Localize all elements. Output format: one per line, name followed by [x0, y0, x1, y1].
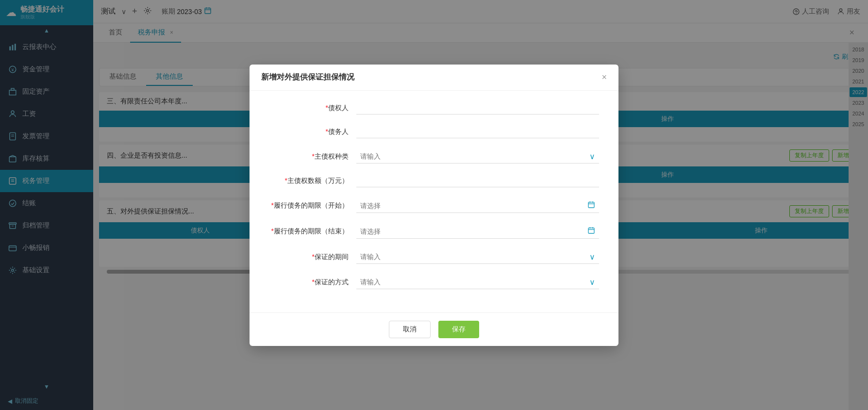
select-fangshi[interactable]: ∨: [356, 276, 599, 289]
date-start-input[interactable]: [360, 202, 587, 210]
select-fangshi-input[interactable]: [360, 278, 589, 286]
modal-overlay: 新增对外提供保证担保情况 × *债权人 *债务人 *主债权种类: [0, 0, 868, 410]
date-start-wrapper: [356, 199, 599, 213]
modal-add-guarantee: 新增对外提供保证担保情况 × *债权人 *债务人 *主债权种类: [250, 65, 618, 346]
input-shue[interactable]: [356, 175, 599, 187]
select-zhulei-input[interactable]: [360, 152, 589, 160]
chevron-down-icon-qijian: ∨: [589, 252, 595, 262]
label-zhaiwuren: *债务人: [269, 128, 356, 136]
chevron-down-icon-zhulei: ∨: [589, 152, 595, 161]
form-row-shue: *主债权数额（万元）: [269, 175, 599, 187]
label-fangshi: *保证的方式: [269, 278, 356, 287]
form-row-qijian: *保证的期间 ∨: [269, 250, 599, 264]
required-star: *: [312, 152, 315, 160]
date-end-wrapper: [356, 225, 599, 239]
form-row-zhaiwuren: *债务人: [269, 126, 599, 138]
required-star: *: [326, 104, 328, 112]
cancel-button[interactable]: 取消: [389, 321, 431, 338]
modal-close-button[interactable]: ×: [601, 73, 607, 82]
label-shue: *主债权数额（万元）: [269, 177, 356, 185]
label-zhaiquanren: *债权人: [269, 104, 356, 113]
form-row-zhulei: *主债权种类 ∨: [269, 150, 599, 164]
form-row-fangshi: *保证的方式 ∨: [269, 276, 599, 289]
calendar-end-icon[interactable]: [587, 227, 595, 236]
select-qijian[interactable]: ∨: [356, 250, 599, 264]
input-zhaiwuren[interactable]: [356, 126, 599, 138]
required-star: *: [312, 278, 315, 286]
form-row-zhaiquanren: *债权人: [269, 102, 599, 115]
select-zhulei[interactable]: ∨: [356, 150, 599, 164]
form-row-date-start: *履行债务的期限（开始）: [269, 199, 599, 213]
modal-footer: 取消 保存: [250, 312, 618, 346]
required-star: *: [312, 253, 315, 261]
svg-rect-34: [588, 228, 594, 233]
modal-body: *债权人 *债务人 *主债权种类 ∨: [250, 91, 618, 312]
save-button[interactable]: 保存: [438, 321, 479, 338]
calendar-start-icon[interactable]: [587, 201, 595, 211]
label-qijian: *保证的期间: [269, 253, 356, 262]
svg-rect-30: [588, 202, 594, 207]
label-date-end: *履行债务的期限（结束）: [269, 227, 356, 236]
label-date-start: *履行债务的期限（开始）: [269, 201, 356, 210]
modal-header: 新增对外提供保证担保情况 ×: [250, 65, 618, 91]
modal-title: 新增对外提供保证担保情况: [261, 72, 354, 82]
select-qijian-input[interactable]: [360, 253, 589, 261]
required-star: *: [326, 128, 328, 135]
label-zhulei: *主债权种类: [269, 152, 356, 161]
input-zhaiquanren[interactable]: [356, 102, 599, 115]
chevron-down-icon-fangshi: ∨: [589, 278, 595, 287]
required-star: *: [271, 201, 274, 209]
required-star: *: [271, 227, 274, 235]
required-star: *: [285, 177, 287, 184]
date-end-input[interactable]: [360, 228, 587, 235]
form-row-date-end: *履行债务的期限（结束）: [269, 225, 599, 239]
